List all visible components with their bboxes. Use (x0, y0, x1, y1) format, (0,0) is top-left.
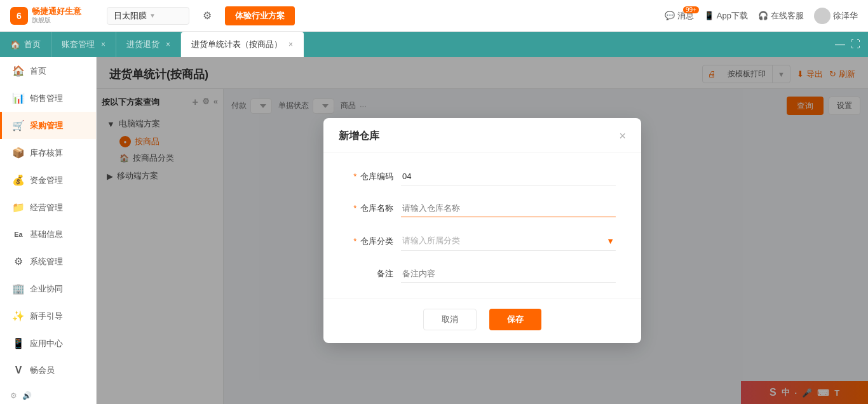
modal-new-warehouse: 新增仓库 × * 仓库编码 * 仓库名称 (323, 118, 641, 343)
sidebar-item-inventory[interactable]: 📦 库存核算 (0, 139, 96, 166)
modal-footer: 取消 保存 (323, 298, 641, 343)
tabbar-maximize-icon[interactable]: ⛶ (850, 39, 860, 50)
code-input[interactable] (401, 168, 616, 185)
sidebar-item-finance[interactable]: 💰 资金管理 (0, 166, 96, 194)
message-badge: 99+ (683, 6, 699, 13)
mobile-icon: 📱 (704, 11, 714, 20)
system-nav-icon: ⚙ (12, 255, 25, 267)
tab-accounts[interactable]: 账套管理 × (51, 32, 116, 57)
basic-nav-icon: Ea (12, 231, 25, 238)
purchase-nav-icon: 🛒 (12, 119, 25, 131)
remark-input[interactable] (401, 265, 616, 283)
sidebar-label-inventory: 库存核算 (30, 147, 63, 159)
app-download-button[interactable]: 📱 App下载 (704, 10, 748, 22)
sidebar-item-sales[interactable]: 📊 销售管理 (0, 84, 96, 112)
app-label: App下载 (717, 10, 748, 22)
user-name: 徐泽华 (833, 10, 858, 22)
member-nav-icon: V (12, 365, 25, 376)
tab-home[interactable]: 🏠 首页 (0, 32, 51, 57)
main-content: 进货单统计(按商品) 🖨 按模板打印 ▼ ⬇ 导出 ↻ 刷新 (97, 57, 868, 404)
logo-text-block: 畅捷通好生意 旗舰版 (32, 6, 81, 25)
store-arrow-icon: ▼ (149, 12, 156, 19)
name-input[interactable] (401, 199, 616, 217)
sidebar-label-sales: 销售管理 (30, 93, 63, 104)
sidebar: 🏠 首页 📊 销售管理 🛒 采购管理 📦 库存核算 💰 资金管理 📁 经营管理 … (0, 57, 97, 404)
sidebar-label-finance: 资金管理 (30, 175, 63, 186)
modal-header: 新增仓库 × (323, 118, 641, 152)
required-mark-name: * (353, 203, 356, 213)
operations-nav-icon: 📁 (12, 201, 25, 213)
gear-icon: ⚙ (203, 10, 212, 22)
tab-purchase-stat-label: 进货单统计表（按商品） (191, 39, 282, 50)
store-selector[interactable]: 日太阳膜 ▼ (107, 7, 189, 25)
sidebar-item-system[interactable]: ⚙ 系统管理 (0, 248, 96, 275)
tab-home-label: 首页 (24, 39, 41, 50)
form-row-category: * 仓库分类 请输入所属分类 ▼ (349, 231, 616, 251)
modal-overlay: 新增仓库 × * 仓库编码 * 仓库名称 (97, 57, 868, 404)
sidebar-bottom: ⚙ 🔊 (0, 384, 96, 404)
sidebar-item-operations[interactable]: 📁 经营管理 (0, 194, 96, 221)
sidebar-speaker-icon[interactable]: 🔊 (22, 391, 32, 400)
topbar-right: 💬 消息 99+ 📱 App下载 🎧 在线客服 徐泽华 (665, 8, 858, 24)
tab-purchase-stat-close[interactable]: × (288, 40, 293, 49)
apps-nav-icon: 📱 (12, 337, 25, 349)
service-label: 在线客服 (771, 10, 804, 22)
sidebar-label-home: 首页 (30, 65, 46, 77)
form-row-code: * 仓库编码 (349, 168, 616, 185)
enterprise-nav-icon: 🏢 (12, 283, 25, 295)
tab-purchase-return-close[interactable]: × (166, 40, 170, 49)
trial-button[interactable]: 体验行业方案 (225, 6, 295, 25)
sidebar-item-purchase[interactable]: 🛒 采购管理 (0, 112, 96, 139)
tab-purchase-return[interactable]: 进货退货 × (116, 32, 181, 57)
required-mark-cat: * (353, 236, 356, 246)
modal-title: 新增仓库 (339, 130, 379, 143)
sidebar-settings-icon[interactable]: ⚙ (10, 391, 17, 400)
code-label: * 仓库编码 (349, 171, 393, 182)
sidebar-label-system: 系统管理 (30, 256, 63, 267)
category-label: * 仓库分类 (349, 236, 393, 247)
tabbar-minimize-icon[interactable]: — (835, 39, 845, 50)
gear-button[interactable]: ⚙ (197, 6, 217, 26)
tabbar-end: — ⛶ (835, 39, 868, 50)
sidebar-item-home[interactable]: 🏠 首页 (0, 57, 96, 84)
guide-nav-icon: ✨ (12, 310, 25, 322)
sidebar-item-guide[interactable]: ✨ 新手引导 (0, 302, 96, 330)
sidebar-item-member[interactable]: V 畅会员 (0, 357, 96, 384)
sales-nav-icon: 📊 (12, 92, 25, 104)
name-label: * 仓库名称 (349, 203, 393, 214)
tab-purchase-stat[interactable]: 进货单统计表（按商品） × (181, 32, 304, 57)
logo-text: 畅捷通好生意 (32, 6, 81, 17)
modal-body: * 仓库编码 * 仓库名称 * (323, 152, 641, 298)
tab-accounts-close[interactable]: × (101, 40, 105, 49)
topbar: 6 畅捷通好生意 旗舰版 日太阳膜 ▼ ⚙ 体验行业方案 💬 消息 99+ 📱 … (0, 0, 868, 32)
home-nav-icon: 🏠 (12, 65, 25, 77)
sidebar-item-enterprise[interactable]: 🏢 企业协同 (0, 275, 96, 302)
form-row-name: * 仓库名称 (349, 199, 616, 217)
store-name: 日太阳膜 (114, 10, 147, 22)
sidebar-label-guide: 新手引导 (30, 311, 63, 322)
main-layout: 🏠 首页 📊 销售管理 🛒 采购管理 📦 库存核算 💰 资金管理 📁 经营管理 … (0, 57, 868, 404)
tabbar: 🏠 首页 账套管理 × 进货退货 × 进货单统计表（按商品） × — ⛶ (0, 32, 868, 57)
modal-close-button[interactable]: × (619, 130, 626, 143)
logo-area: 6 畅捷通好生意 旗舰版 (10, 6, 99, 25)
sidebar-item-apps[interactable]: 📱 应用中心 (0, 330, 96, 357)
sidebar-item-basic[interactable]: Ea 基础信息 (0, 221, 96, 248)
home-icon: 🏠 (10, 40, 20, 50)
tab-purchase-return-label: 进货退货 (126, 39, 159, 50)
sidebar-label-basic: 基础信息 (30, 229, 63, 240)
avatar (814, 8, 831, 24)
sidebar-label-enterprise: 企业协同 (30, 283, 63, 295)
service-button[interactable]: 🎧 在线客服 (758, 10, 804, 22)
inventory-nav-icon: 📦 (12, 147, 25, 159)
tab-accounts-label: 账套管理 (62, 39, 95, 50)
cancel-button[interactable]: 取消 (423, 309, 477, 330)
save-button[interactable]: 保存 (489, 309, 541, 330)
sidebar-label-operations: 经营管理 (30, 202, 63, 213)
user-area[interactable]: 徐泽华 (814, 8, 858, 24)
category-select[interactable]: 请输入所属分类 ▼ (401, 231, 616, 251)
form-row-remark: 备注 (349, 265, 616, 283)
category-placeholder: 请输入所属分类 (402, 235, 460, 246)
required-mark-code: * (353, 172, 356, 181)
message-icon: 💬 (665, 11, 675, 20)
message-button[interactable]: 💬 消息 99+ (665, 10, 694, 22)
